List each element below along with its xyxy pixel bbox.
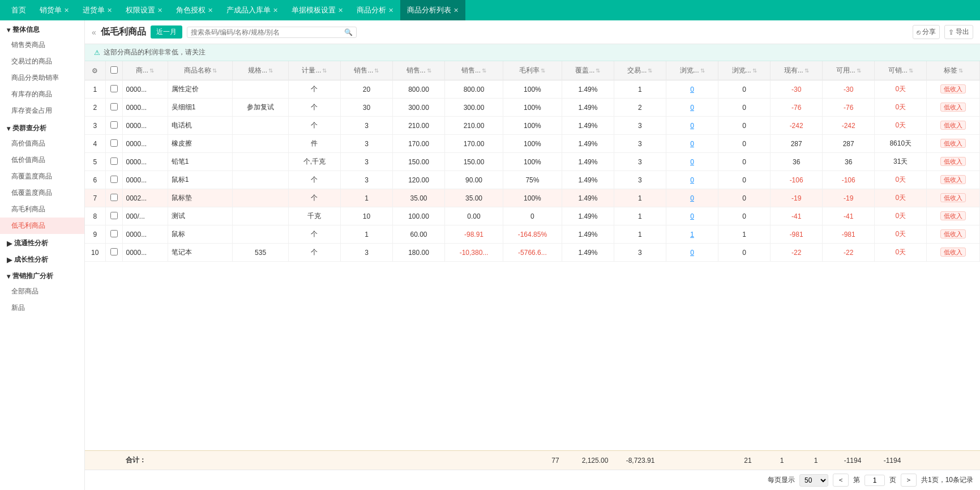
nav-template-settings[interactable]: 单据模板设置✕ [285,0,350,20]
footer-sales-price: 2,125.00 [572,457,618,465]
col-settings[interactable]: ⚙ [85,61,105,80]
row-browse1[interactable]: 0 [666,99,718,117]
col-name[interactable]: 商品名称⇅ [168,61,233,80]
row-sales-qty: 1 [340,225,392,244]
col-gross-margin[interactable]: 毛利率⇅ [503,61,562,80]
row-tag: 低收入 [927,225,980,244]
select-all-checkbox[interactable] [110,66,118,74]
col-current-stock[interactable]: 现有...⇅ [771,61,823,80]
nav-product-analysis-list[interactable]: 商品分析列表✕ [400,0,465,20]
search-input[interactable] [191,28,344,36]
row-spec [233,117,288,135]
row-coverage: 1.49% [562,225,614,244]
sidebar-item-high-margin[interactable]: 高毛利商品 [0,201,84,218]
row-checkbox[interactable] [105,80,122,99]
row-available: -30 [823,80,875,99]
row-sales-qty: 30 [340,99,392,117]
sidebar-item-low-coverage[interactable]: 低覆盖度商品 [0,185,84,201]
per-page-select[interactable]: 50 20 100 [799,474,828,487]
sidebar-item-low-value[interactable]: 低价值商品 [0,152,84,168]
col-trade-count[interactable]: 交易...⇅ [614,61,666,80]
nav-home[interactable]: 首页 [5,0,33,20]
row-sales-price: 120.00 [393,171,445,189]
row-checkbox[interactable] [105,225,122,244]
row-browse1[interactable]: 0 [666,171,718,189]
search-icon[interactable]: 🔍 [344,28,353,36]
page-number-input[interactable] [865,475,885,486]
collapse-icon[interactable]: ▾ [7,125,10,133]
col-saleable[interactable]: 可销...⇅ [875,61,927,80]
row-checkbox[interactable] [105,207,122,225]
col-available[interactable]: 可用...⇅ [823,61,875,80]
row-browse1[interactable]: 0 [666,207,718,225]
row-checkbox[interactable] [105,153,122,171]
share-button[interactable]: ⎋ 分享 [913,25,940,39]
row-browse1[interactable]: 0 [666,244,718,262]
col-sales-amount[interactable]: 销售...⇅ [445,61,503,80]
nav-permissions[interactable]: 权限设置✕ [119,0,169,20]
col-coverage[interactable]: 覆盖...⇅ [562,61,614,80]
row-browse2: 0 [718,171,771,189]
row-checkbox[interactable] [105,244,122,262]
row-browse1[interactable]: 0 [666,135,718,153]
collapse-icon[interactable]: ▾ [7,272,10,280]
row-checkbox[interactable] [105,171,122,189]
nav-product-entry[interactable]: 产成品入库单✕ [220,0,285,20]
row-unit: 个 [288,80,340,99]
share-icon: ⎋ [917,28,921,36]
sidebar-item-low-margin[interactable]: 低毛利商品 [0,218,84,234]
sidebar-collapse-btn[interactable]: « [92,28,96,37]
row-browse1[interactable]: 0 [666,153,718,171]
col-browse2[interactable]: 浏览...⇅ [718,61,771,80]
row-coverage: 1.49% [562,117,614,135]
row-browse1[interactable]: 1 [666,225,718,244]
col-sales-price[interactable]: 销售...⇅ [393,61,445,80]
footer-browse1: 1 [765,457,799,465]
row-checkbox[interactable] [105,135,122,153]
row-checkbox[interactable] [105,189,122,207]
col-checkbox[interactable] [105,61,122,80]
row-checkbox[interactable] [105,117,122,135]
footer-sales-qty: 77 [538,457,572,465]
nav-sales[interactable]: 销货单✕ [33,0,76,20]
row-saleable: 31天 [875,153,927,171]
top-navigation: 首页 销货单✕ 进货单✕ 权限设置✕ 角色授权✕ 产成品入库单✕ 单据模板设置✕… [0,0,980,20]
row-sales-price: 100.00 [393,207,445,225]
row-code: 000/... [122,207,168,225]
row-tag: 低收入 [927,117,980,135]
nav-role-auth[interactable]: 角色授权✕ [169,0,220,20]
col-browse1[interactable]: 浏览...⇅ [666,61,718,80]
sidebar-item-high-coverage[interactable]: 高覆盖度商品 [0,168,84,185]
row-checkbox[interactable] [105,99,122,117]
collapse-icon[interactable]: ▾ [7,26,10,34]
row-sales-qty: 3 [340,117,392,135]
sidebar-item-new-goods[interactable]: 新品 [0,300,84,316]
filter-recent-month-button[interactable]: 近一月 [151,25,182,39]
row-browse1[interactable]: 0 [666,80,718,99]
prev-page-button[interactable]: ＜ [833,474,849,487]
col-code[interactable]: 商...⇅ [122,61,168,80]
sidebar-item-traded-goods[interactable]: 交易过的商品 [0,53,84,70]
sidebar-item-in-stock[interactable]: 有库存的商品 [0,86,84,103]
col-spec[interactable]: 规格...⇅ [233,61,288,80]
collapse-icon[interactable]: ▶ [7,256,12,264]
sidebar-item-sales-goods[interactable]: 销售类商品 [0,37,84,53]
table-row: 6 0000... 鼠标1 个 3 120.00 90.00 75% 1.49%… [85,171,980,189]
col-tag[interactable]: 标签⇅ [927,61,980,80]
collapse-icon[interactable]: ▶ [7,240,12,248]
sidebar-item-high-value[interactable]: 高价值商品 [0,135,84,152]
row-tag: 低收入 [927,207,980,225]
sidebar-item-category-rate[interactable]: 商品分类助销率 [0,70,84,86]
sidebar-item-all-goods[interactable]: 全部商品 [0,283,84,300]
nav-purchase[interactable]: 进货单✕ [76,0,119,20]
row-gross-margin: -5766.6... [503,244,562,262]
row-browse1[interactable]: 0 [666,189,718,207]
col-sales-qty[interactable]: 销售...⇅ [340,61,392,80]
sidebar-item-stock-capital[interactable]: 库存资金占用 [0,103,84,119]
row-browse1[interactable]: 0 [666,117,718,135]
next-page-button[interactable]: ＞ [901,474,917,487]
nav-product-analysis[interactable]: 商品分析✕ [350,0,400,20]
export-button[interactable]: ⇪ 导出 [944,25,973,39]
col-unit[interactable]: 计量...⇅ [288,61,340,80]
row-unit: 个 [288,225,340,244]
